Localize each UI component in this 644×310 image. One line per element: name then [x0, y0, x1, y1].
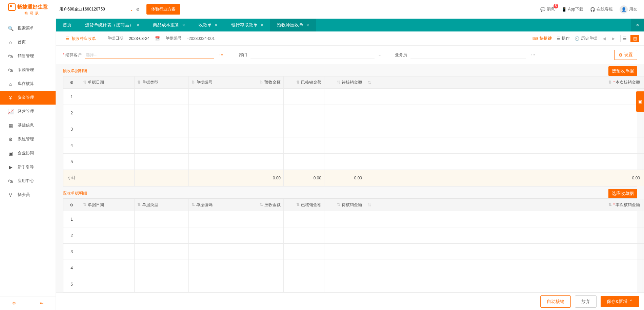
- operate-link[interactable]: ☰操作: [557, 36, 570, 41]
- sales-lookup[interactable]: ⋯: [529, 52, 537, 57]
- col-header[interactable]: ⇅单据编号: [189, 76, 243, 89]
- close-icon[interactable]: ✕: [182, 23, 185, 27]
- sidebar-item-12[interactable]: V畅会员: [0, 188, 56, 202]
- close-icon[interactable]: ✕: [260, 23, 263, 27]
- sidebar-icon: ⌂: [7, 81, 14, 87]
- settings-button[interactable]: ⚙设置: [614, 50, 637, 60]
- doc-tab[interactable]: ☰ 预收冲应收单: [61, 33, 101, 44]
- doc-date[interactable]: 2023-03-24: [129, 36, 149, 41]
- delete-row[interactable]: 🗑: [643, 260, 644, 276]
- table-row[interactable]: 1🗑: [63, 89, 644, 105]
- close-icon[interactable]: ✕: [306, 23, 309, 27]
- table-row[interactable]: 5🗑: [63, 154, 644, 170]
- col-header[interactable]: ⇅本次核销金额: [602, 199, 643, 211]
- brand-logo[interactable]: 畅捷通好生意 精易版: [0, 3, 56, 16]
- customer-label: 结算客户: [63, 52, 82, 58]
- col-header[interactable]: ⇅单据类型: [135, 76, 189, 89]
- app-download-link[interactable]: 📱 App下载: [562, 6, 583, 12]
- message-link[interactable]: 💬 消息 5: [540, 6, 555, 12]
- tab-3[interactable]: 收款单✕: [192, 19, 224, 31]
- col-header[interactable]: ⇅单据类型: [135, 199, 189, 211]
- history-link[interactable]: 🕘历史单据: [575, 36, 597, 41]
- discard-button[interactable]: 放弃: [575, 295, 597, 308]
- col-header[interactable]: ⇅待核销金额: [324, 76, 365, 89]
- save-and-new-button[interactable]: 保存&新增⌃: [601, 296, 639, 307]
- tab-5[interactable]: 预收冲应收单✕: [270, 19, 316, 31]
- table-row[interactable]: 3🗑: [63, 244, 644, 260]
- collapse-button[interactable]: ⇤: [28, 296, 56, 310]
- delete-row[interactable]: 🗑: [643, 137, 644, 154]
- prev-doc[interactable]: ◀: [602, 36, 606, 41]
- select-receivable-button[interactable]: 选应收单据: [608, 189, 637, 198]
- dept-input[interactable]: [250, 51, 375, 59]
- next-doc[interactable]: ▶: [611, 36, 616, 41]
- sidebar-item-6[interactable]: 📈经营管理: [0, 105, 56, 118]
- tab-0[interactable]: 首页: [56, 19, 78, 31]
- sidebar-item-1[interactable]: ⌂首页: [0, 35, 56, 49]
- close-icon[interactable]: ✕: [136, 23, 139, 27]
- col-header[interactable]: ⇅单据日期: [80, 76, 135, 89]
- org-select[interactable]: [59, 7, 127, 12]
- view-list[interactable]: ☰: [620, 35, 629, 42]
- table-row[interactable]: 4🗑: [63, 260, 644, 276]
- col-header[interactable]: ⇅预收金额: [243, 76, 284, 89]
- customer-input[interactable]: [85, 51, 214, 59]
- col-header[interactable]: ⇅操作: [643, 199, 644, 211]
- close-all-tabs[interactable]: ✕: [631, 19, 644, 31]
- table-row[interactable]: 2🗑: [63, 105, 644, 121]
- settings-button[interactable]: ⚙: [0, 296, 28, 310]
- delete-row[interactable]: 🗑: [643, 227, 644, 244]
- close-icon[interactable]: ✕: [215, 23, 218, 27]
- shortcut-link[interactable]: ⌨快捷键: [532, 36, 552, 41]
- delete-row[interactable]: 🗑: [643, 276, 644, 292]
- sidebar-item-0[interactable]: 🔍搜索菜单: [0, 21, 56, 35]
- sidebar-item-2[interactable]: 🛍销售管理: [0, 49, 56, 63]
- gear-header[interactable]: ⚙: [63, 199, 80, 211]
- col-header[interactable]: ⇅本次核销金额: [602, 76, 643, 89]
- col-header[interactable]: ⇅已核销金额: [284, 199, 324, 211]
- chevron-down-icon[interactable]: ⌄: [130, 7, 133, 12]
- table-row[interactable]: 2🗑: [63, 227, 644, 244]
- customer-lookup[interactable]: ⋯: [217, 52, 225, 57]
- tab-2[interactable]: 商品成本重算✕: [146, 19, 192, 31]
- col-header[interactable]: ⇅: [365, 76, 602, 89]
- sidebar-item-5[interactable]: ¥资金管理: [0, 91, 56, 105]
- gear-icon[interactable]: ⚙: [136, 7, 140, 12]
- tab-1[interactable]: 进货单统计表（按商品）✕: [78, 19, 146, 31]
- customer-service-link[interactable]: 🎧 在线客服: [590, 6, 613, 12]
- select-prepay-button[interactable]: 选预收单据: [608, 66, 637, 76]
- col-header[interactable]: ⇅单据日期: [80, 199, 135, 211]
- col-header[interactable]: ⇅应收金额: [243, 199, 284, 211]
- side-handle[interactable]: ▣: [636, 91, 644, 112]
- sidebar-item-4[interactable]: ⌂库存核算: [0, 77, 56, 91]
- col-header[interactable]: ⇅待核销金额: [324, 199, 365, 211]
- user-menu[interactable]: 👤 用友: [620, 5, 637, 14]
- chevron-down-icon[interactable]: ⌄: [378, 52, 381, 57]
- sidebar-item-10[interactable]: ▶新手引导: [0, 160, 56, 174]
- calendar-icon[interactable]: 📅: [155, 36, 160, 41]
- table-row[interactable]: 3🗑: [63, 121, 644, 137]
- experience-button[interactable]: 体验行业方案: [146, 4, 180, 15]
- delete-row[interactable]: 🗑: [643, 211, 644, 227]
- sales-input[interactable]: [410, 51, 526, 59]
- sidebar-item-11[interactable]: 🛍应用中心: [0, 174, 56, 188]
- col-header[interactable]: ⇅已核销金额: [284, 76, 324, 89]
- table-row[interactable]: 5🗑: [63, 276, 644, 292]
- sidebar-item-9[interactable]: ▣企业协同: [0, 146, 56, 160]
- tab-4[interactable]: 银行存取款单✕: [224, 19, 270, 31]
- table-row[interactable]: 4🗑: [63, 137, 644, 154]
- table-row[interactable]: 1🗑: [63, 211, 644, 227]
- delete-row[interactable]: 🗑: [643, 121, 644, 137]
- sidebar-label: 新手引导: [18, 164, 34, 170]
- col-header[interactable]: ⇅操作: [643, 76, 644, 89]
- gear-header[interactable]: ⚙: [63, 76, 80, 89]
- col-header[interactable]: ⇅单据编码: [189, 199, 243, 211]
- sidebar-item-8[interactable]: ⚙系统管理: [0, 132, 56, 146]
- view-form[interactable]: ▤: [630, 35, 639, 42]
- delete-row[interactable]: 🗑: [643, 154, 644, 170]
- sidebar-item-3[interactable]: 🛍采购管理: [0, 63, 56, 77]
- delete-row[interactable]: 🗑: [643, 244, 644, 260]
- auto-writeoff-button[interactable]: 自动核销: [540, 295, 571, 308]
- sidebar-item-7[interactable]: ▦基础信息: [0, 118, 56, 132]
- col-header[interactable]: ⇅: [365, 199, 602, 211]
